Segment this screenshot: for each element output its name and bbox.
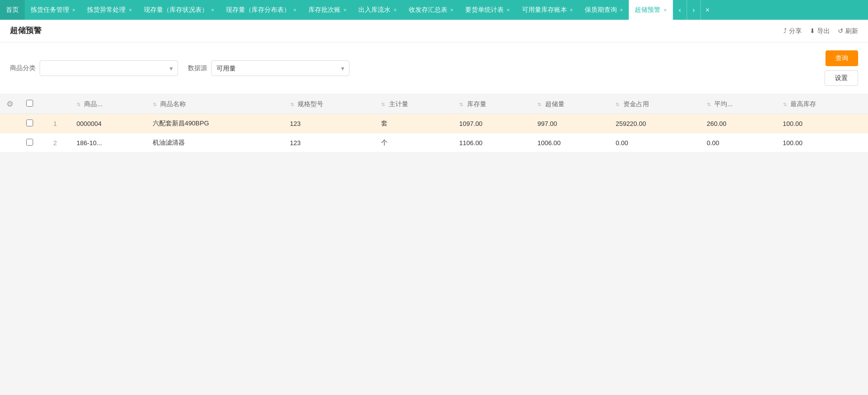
export-button[interactable]: ⬇ 导出 [810,27,830,36]
page-title: 超储预警 [10,26,42,36]
row-max-stock-0: 100.00 [777,114,868,133]
row-stock-1: 1106.00 [453,133,531,153]
nav-tab-collect[interactable]: 收发存汇总表 × [403,0,459,20]
col-row-num [40,94,71,114]
row-settings-cell [0,114,20,133]
table-row: 1 0000004 六配套新昌490BPG 123 套 1097.00 997.… [0,114,868,133]
nav-arrow-left[interactable]: ‹ [673,0,687,20]
row-capital-1: 0.00 [609,133,700,153]
table-gear-icon[interactable]: ⚙ [6,100,13,108]
nav-tab-task-mgmt[interactable]: 拣货任务管理 × [25,0,81,20]
header-actions: ⤴ 分享 ⬇ 导出 ↺ 刷新 [783,27,858,36]
row-product-code-1: 186-10... [71,133,147,153]
row-spec-0: 123 [284,114,375,133]
nav-tab-home[interactable]: 首页 [0,0,25,20]
nav-arrow-right[interactable]: › [687,0,700,20]
row-avg-0: 260.00 [701,114,777,133]
close-tab-task-mgmt[interactable]: × [72,7,75,13]
row-unit-1: 个 [375,133,453,153]
datasource-select[interactable]: 可用量 [211,60,349,76]
select-all-checkbox[interactable] [26,100,33,107]
table-body: 1 0000004 六配套新昌490BPG 123 套 1097.00 997.… [0,114,868,153]
nav-tab-inout-flow[interactable]: 出入库流水 × [352,0,402,20]
data-table: ⚙ 商品... 商品名称 规格型号 主计量 [0,94,868,153]
close-tab-available-stock[interactable]: × [570,7,573,13]
row-product-name-0: 六配套新昌490BPG [147,114,284,133]
col-spec[interactable]: 规格型号 [284,94,375,114]
close-tab-expiry[interactable]: × [620,7,623,13]
row-product-code-0: 0000004 [71,114,147,133]
col-avg[interactable]: 平均... [701,94,777,114]
close-tab-stock-status[interactable]: × [211,7,214,13]
page-header: 超储预警 ⤴ 分享 ⬇ 导出 ↺ 刷新 [0,20,868,42]
filter-buttons: 查询 设置 [825,50,858,86]
nav-tab-available-stock[interactable]: 可用量库存账本 × [516,0,579,20]
share-button[interactable]: ⤴ 分享 [783,27,802,36]
row-stock-0: 1097.00 [453,114,531,133]
row-unit-0: 套 [375,114,453,133]
nav-right-controls: ‹ › × [673,0,714,20]
refresh-icon: ↺ [838,27,843,35]
category-select-wrapper [40,60,178,76]
close-tab-batch[interactable]: × [344,7,347,13]
nav-tab-order-stat[interactable]: 要货单统计表 × [459,0,516,20]
col-settings: ⚙ [0,94,20,114]
row-checkbox-cell [20,133,40,153]
close-tab-stock-dist[interactable]: × [293,7,296,13]
nav-tab-stock-status[interactable]: 现存量（库存状况表） × [138,0,220,20]
row-overstock-0: 997.00 [531,114,609,133]
datasource-label: 数据源 [188,64,207,73]
row-num-1: 2 [40,133,71,153]
table-header-row: ⚙ 商品... 商品名称 规格型号 主计量 [0,94,868,114]
nav-tab-stock-dist[interactable]: 现存量（库存分布表） × [220,0,302,20]
close-tab-collect[interactable]: × [450,7,453,13]
row-checkbox-0[interactable] [26,119,33,126]
nav-tab-expiry[interactable]: 保质期查询 × [579,0,629,20]
col-overstock[interactable]: 超储量 [531,94,609,114]
table-row: 2 186-10... 机油滤清器 123 个 1106.00 1006.00 … [0,133,868,153]
close-tab-abnormal[interactable]: × [129,7,131,13]
refresh-button[interactable]: ↺ 刷新 [838,27,858,36]
table-container: ⚙ 商品... 商品名称 规格型号 主计量 [0,94,868,153]
nav-tab-batch[interactable]: 库存批次账 × [303,0,352,20]
row-product-name-1: 机油滤清器 [147,133,284,153]
row-checkbox-1[interactable] [26,139,33,146]
row-max-stock-1: 100.00 [777,133,868,153]
nav-bar: 首页 拣货任务管理 × 拣货异常处理 × 现存量（库存状况表） × 现存量（库存… [0,0,868,20]
nav-arrow-close[interactable]: × [700,0,714,20]
row-settings-cell [0,133,20,153]
query-button[interactable]: 查询 [825,50,858,66]
col-product-name[interactable]: 商品名称 [147,94,284,114]
row-capital-0: 259220.00 [609,114,700,133]
category-filter-group: 商品分类 [10,60,178,76]
row-avg-1: 0.00 [701,133,777,153]
row-num-0: 1 [40,114,71,133]
col-max-stock[interactable]: 最高库存 [777,94,868,114]
share-icon: ⤴ [783,27,787,35]
col-capital[interactable]: 资金占用 [609,94,700,114]
close-tab-inout-flow[interactable]: × [393,7,396,13]
settings-button[interactable]: 设置 [825,70,858,86]
nav-tab-overstock[interactable]: 超储预警 × [629,0,672,20]
col-unit[interactable]: 主计量 [375,94,453,114]
col-product-code[interactable]: 商品... [71,94,147,114]
export-icon: ⬇ [810,27,815,35]
datasource-select-wrapper: 可用量 [211,60,349,76]
col-stock[interactable]: 库存量 [453,94,531,114]
col-checkbox [20,94,40,114]
category-label: 商品分类 [10,64,36,73]
nav-tab-abnormal[interactable]: 拣货异常处理 × [81,0,137,20]
category-select[interactable] [40,60,178,76]
row-overstock-1: 1006.00 [531,133,609,153]
filter-area: 商品分类 数据源 可用量 查询 设置 [0,42,868,94]
close-tab-overstock[interactable]: × [663,7,666,13]
row-spec-1: 123 [284,133,375,153]
datasource-filter-group: 数据源 可用量 [188,60,349,76]
close-tab-order-stat[interactable]: × [507,7,510,13]
row-checkbox-cell [20,114,40,133]
